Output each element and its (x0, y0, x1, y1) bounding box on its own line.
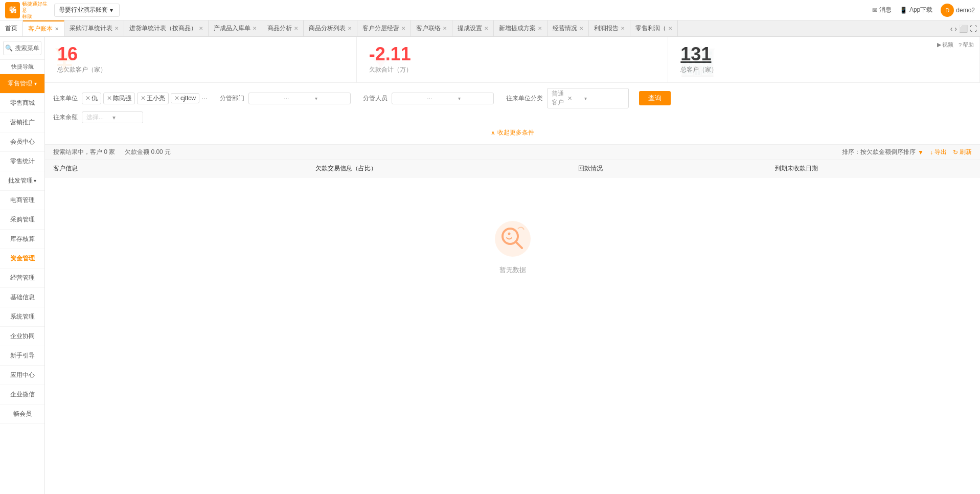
tab-close-promotion-settings[interactable]: ✕ (484, 26, 488, 31)
sidebar-item-member-center[interactable]: 会员中心 (0, 132, 44, 152)
category-filter-dropdown[interactable]: 普通客户 ✕ ▾ (547, 88, 629, 108)
dept-more-icon: ··· (284, 95, 315, 102)
sidebar-search-area: 🔍 搜索菜单 (0, 37, 44, 60)
tab-business-status[interactable]: 经营情况 ✕ (548, 20, 589, 37)
refresh-btn[interactable]: ↻ 刷新 (953, 148, 972, 156)
collapse-filters-btn[interactable]: ∧ 收起更多条件 (53, 126, 972, 139)
table-col-customer: 客户信息 (53, 164, 315, 173)
message-btn[interactable]: ✉ 消息 (872, 6, 892, 14)
tab-close-product-analysis[interactable]: ✕ (294, 26, 298, 31)
person-filter-dropdown[interactable]: ··· ▾ (392, 93, 494, 104)
tab-profit-report[interactable]: 利润报告 ✕ (589, 20, 630, 37)
filter-row-2: 往来余额 选择... ▾ (53, 111, 972, 123)
sort-dropdown-btn[interactable]: ▼ (918, 149, 924, 156)
sidebar-item-member[interactable]: 畅会员 (0, 405, 44, 424)
tab-new-promotion[interactable]: 新增提成方案 ✕ (494, 20, 548, 37)
search-result-text: 搜索结果中，客户 0 家 欠款金额 0.00 元 (53, 148, 842, 156)
sidebar-item-enterprise-wechat[interactable]: 企业微信 (0, 385, 44, 405)
query-btn[interactable]: 查询 (639, 91, 671, 105)
tab-customer-tier[interactable]: 客户分层经营 ✕ (357, 20, 411, 37)
tab-promotion-settings[interactable]: 提成设置 ✕ (452, 20, 494, 37)
refresh-icon: ↻ (953, 149, 958, 156)
sidebar-item-finance[interactable]: 资金管理 (0, 249, 44, 268)
tab-close-retail-profit[interactable]: ✕ (668, 26, 672, 31)
user-menu[interactable]: D demo2 (941, 4, 975, 17)
tab-close-business-status[interactable]: ✕ (579, 26, 583, 31)
tab-close-customer-book[interactable]: ✕ (55, 26, 59, 32)
sidebar-item-new-guide[interactable]: 新手引导 (0, 346, 44, 366)
tab-prev-icon[interactable]: ‹ (950, 25, 953, 33)
stat-card-total-customers: 🏢 131 总客户（家） (668, 37, 980, 82)
person-arrow-icon: ▾ (458, 96, 489, 101)
tab-close-purchase-order[interactable]: ✕ (115, 26, 119, 31)
filter-more-tags-btn[interactable]: ··· (201, 94, 208, 102)
sidebar-item-purchase-mgmt[interactable]: 采购管理 (0, 210, 44, 230)
sidebar-item-retail-mgmt[interactable]: 零售管理 ▾ (0, 74, 44, 94)
sidebar-item-batch-mgmt[interactable]: 批发管理 ▾ (0, 171, 44, 191)
tab-close-product-analysis-list[interactable]: ✕ (348, 26, 352, 31)
result-sort: 排序：按欠款金额倒序排序 ▼ (842, 148, 924, 156)
sidebar-item-retail-stats[interactable]: 零售统计 (0, 152, 44, 171)
unit-filter-label: 往来单位 (53, 94, 78, 103)
filter-tag-remove-chen-btn[interactable]: ✕ (107, 95, 112, 102)
tab-close-customer-tier[interactable]: ✕ (401, 26, 405, 31)
tab-expand-icon[interactable]: ⬜ (959, 25, 968, 33)
app-download-btn[interactable]: 📱 App下载 (900, 6, 932, 14)
tab-close-purchase-stats[interactable]: ✕ (199, 26, 203, 31)
filter-tag-cjttcw: ✕ cjttcw (171, 93, 199, 103)
stat-help-area: ▶ 视频 ? 帮助 (937, 41, 974, 49)
sidebar-quick-nav[interactable]: 快捷导航 (0, 60, 44, 74)
tab-fullscreen-icon[interactable]: ⛶ (970, 25, 977, 33)
filter-tag-remove-wang-btn[interactable]: ✕ (141, 95, 146, 102)
help-btn[interactable]: ? 帮助 (959, 41, 974, 49)
balance-filter-input[interactable]: 选择... ▾ (82, 111, 143, 123)
chevron-up-icon: ∧ (491, 129, 495, 137)
category-tag-remove-btn[interactable]: ✕ (567, 95, 582, 102)
sidebar-item-retail-mall[interactable]: 零售商城 (0, 94, 44, 113)
sidebar-item-marketing[interactable]: 营销推广 (0, 113, 44, 132)
tab-customer-contact[interactable]: 客户联络 ✕ (411, 20, 452, 37)
tab-produce-entry[interactable]: 产成品入库单 ✕ (209, 20, 262, 37)
sidebar-item-basic-info[interactable]: 基础信息 (0, 288, 44, 307)
empty-state-icon (492, 218, 533, 259)
sidebar-item-app-center[interactable]: 应用中心 (0, 366, 44, 385)
tab-close-new-promotion[interactable]: ✕ (538, 26, 542, 31)
logo: 畅 畅捷通好生意 标版 (5, 1, 50, 19)
svg-point-0 (495, 221, 531, 257)
filter-tag-remove-cjttcw-btn[interactable]: ✕ (174, 95, 179, 102)
tab-close-produce-entry[interactable]: ✕ (253, 26, 257, 31)
video-help-btn[interactable]: ▶ 视频 (937, 41, 953, 49)
tab-retail-profit[interactable]: 零售利润（ ✕ (630, 20, 678, 37)
tab-next-icon[interactable]: › (954, 25, 957, 33)
category-tag: 普通客户 ✕ (552, 89, 582, 107)
balance-arrow-icon: ▾ (112, 114, 139, 121)
person-filter-label: 分管人员 (363, 94, 388, 103)
filter-tag-remove-qiu-btn[interactable]: ✕ (85, 95, 90, 102)
sidebar-item-system-mgmt[interactable]: 系统管理 (0, 307, 44, 327)
sidebar: 🔍 搜索菜单 快捷导航 零售管理 ▾ 零售商城 营销推广 会员中心 零售统计 批… (0, 37, 45, 494)
tab-product-analysis[interactable]: 商品分析 ✕ (262, 20, 304, 37)
dept-filter-dropdown[interactable]: ··· ▾ (248, 93, 351, 104)
tab-actions: ‹ › ⬜ ⛶ (947, 25, 980, 33)
sidebar-item-inventory[interactable]: 库存核算 (0, 230, 44, 249)
export-btn[interactable]: ↓ 导出 (930, 148, 947, 156)
tab-customer-book[interactable]: 客户账本 ✕ (23, 20, 64, 37)
main-layout: 🔍 搜索菜单 快捷导航 零售管理 ▾ 零售商城 营销推广 会员中心 零售统计 批… (0, 37, 980, 494)
tab-product-analysis-list[interactable]: 商品分析列表 ✕ (304, 20, 357, 37)
sidebar-item-enterprise-coop[interactable]: 企业协同 (0, 327, 44, 346)
tab-close-customer-contact[interactable]: ✕ (443, 26, 447, 31)
tab-purchase-stats[interactable]: 进货单统计表（按商品） ✕ (124, 20, 209, 37)
stat-card-debt: ✦ -2.11 欠款合计（万） (357, 37, 669, 82)
nav-tabs: 首页 客户账本 ✕ 采购订单统计表 ✕ 进货单统计表（按商品） ✕ 产成品入库单… (0, 20, 980, 37)
tab-close-profit-report[interactable]: ✕ (621, 26, 625, 31)
sidebar-item-operations[interactable]: 经营管理 (0, 268, 44, 288)
result-actions: ↓ 导出 ↻ 刷新 (930, 148, 972, 156)
person-more-icon: ··· (427, 95, 458, 102)
top-right: ✉ 消息 📱 App下载 D demo2 (872, 4, 975, 17)
account-selector[interactable]: 母婴行业演示账套 ▾ (54, 4, 120, 17)
search-menu-btn[interactable]: 🔍 搜索菜单 (3, 41, 41, 55)
tab-home[interactable]: 首页 (0, 20, 23, 37)
tab-purchase-order[interactable]: 采购订单统计表 ✕ (64, 20, 124, 37)
sidebar-item-ecommerce[interactable]: 电商管理 (0, 191, 44, 210)
filter-tags: ✕ 仇 ✕ 陈民强 ✕ 王小亮 ✕ cjttcw ··· (82, 93, 208, 104)
